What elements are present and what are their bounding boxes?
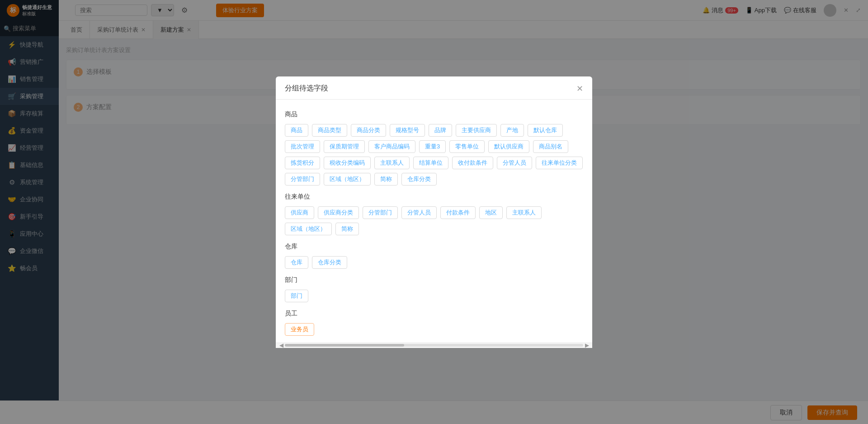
field-tag-product-重量3[interactable]: 重量3 bbox=[419, 140, 446, 153]
field-tag-product-批次管理[interactable]: 批次管理 bbox=[285, 140, 320, 153]
field-tag-counterpart-主联系人[interactable]: 主联系人 bbox=[506, 206, 542, 219]
field-tag-product-商品[interactable]: 商品 bbox=[285, 124, 308, 137]
field-tag-product-拣货积分[interactable]: 拣货积分 bbox=[285, 157, 320, 169]
field-tag-product-主要供应商[interactable]: 主要供应商 bbox=[456, 124, 497, 137]
field-tag-counterpart-供应商分类[interactable]: 供应商分类 bbox=[318, 206, 359, 219]
section-title-department: 部门 bbox=[285, 276, 583, 284]
field-grid-employee: 业务员 bbox=[285, 323, 583, 336]
field-tag-product-商品别名[interactable]: 商品别名 bbox=[533, 140, 568, 153]
field-tag-product-仓库分类[interactable]: 仓库分类 bbox=[401, 173, 437, 186]
field-tag-product-结算单位[interactable]: 结算单位 bbox=[413, 157, 448, 169]
modal-dialog: 分组待选字段 ✕ 商品 商品 商品类型 商品分类 规格型号 品牌 主要供应商 产… bbox=[276, 76, 592, 348]
scrollbar-thumb bbox=[285, 344, 404, 347]
field-tag-warehouse-仓库分类[interactable]: 仓库分类 bbox=[312, 256, 347, 269]
field-tag-product-默认仓库[interactable]: 默认仓库 bbox=[528, 124, 563, 137]
field-tag-counterpart-区域地区[interactable]: 区域（地区） bbox=[285, 223, 332, 235]
field-grid-product: 商品 商品类型 商品分类 规格型号 品牌 主要供应商 产地 默认仓库 批次管理 … bbox=[285, 124, 583, 186]
field-tag-employee-业务员[interactable]: 业务员 bbox=[285, 323, 314, 336]
horizontal-scrollbar[interactable] bbox=[285, 344, 583, 347]
field-tag-product-税收分类编码[interactable]: 税收分类编码 bbox=[324, 157, 371, 169]
field-tag-counterpart-付款条件[interactable]: 付款条件 bbox=[440, 206, 476, 219]
field-tag-counterpart-分管部门[interactable]: 分管部门 bbox=[363, 206, 398, 219]
field-tag-counterpart-分管人员[interactable]: 分管人员 bbox=[401, 206, 437, 219]
section-title-product: 商品 bbox=[285, 110, 583, 119]
field-tag-product-零售单位[interactable]: 零售单位 bbox=[449, 140, 485, 153]
modal-footer-scroll: ◀ ▶ bbox=[276, 343, 592, 348]
field-grid-department: 部门 bbox=[285, 290, 583, 302]
modal-close-button[interactable]: ✕ bbox=[576, 84, 583, 94]
field-tag-product-品牌[interactable]: 品牌 bbox=[429, 124, 452, 137]
modal-title: 分组待选字段 bbox=[285, 84, 328, 93]
field-tag-product-规格型号[interactable]: 规格型号 bbox=[390, 124, 425, 137]
field-tag-counterpart-简称[interactable]: 简称 bbox=[335, 223, 359, 235]
field-tag-product-分管部门[interactable]: 分管部门 bbox=[285, 173, 320, 186]
modal-overlay: 分组待选字段 ✕ 商品 商品 商品类型 商品分类 规格型号 品牌 主要供应商 产… bbox=[0, 0, 868, 424]
field-tag-product-默认供应商[interactable]: 默认供应商 bbox=[488, 140, 529, 153]
modal-header: 分组待选字段 ✕ bbox=[276, 76, 592, 100]
section-title-counterpart: 往来单位 bbox=[285, 193, 583, 201]
section-title-warehouse: 仓库 bbox=[285, 243, 583, 251]
field-tag-product-主联系人[interactable]: 主联系人 bbox=[374, 157, 410, 169]
field-tag-product-收付款条件[interactable]: 收付款条件 bbox=[452, 157, 493, 169]
field-tag-product-客户商品编码[interactable]: 客户商品编码 bbox=[368, 140, 415, 153]
field-tag-product-分管人员[interactable]: 分管人员 bbox=[497, 157, 532, 169]
field-tag-product-商品类型[interactable]: 商品类型 bbox=[312, 124, 347, 137]
field-grid-warehouse: 仓库 仓库分类 bbox=[285, 256, 583, 269]
field-tag-product-产地[interactable]: 产地 bbox=[500, 124, 524, 137]
field-tag-product-保质期管理[interactable]: 保质期管理 bbox=[324, 140, 365, 153]
field-grid-counterpart: 供应商 供应商分类 分管部门 分管人员 付款条件 地区 主联系人 区域（地区） … bbox=[285, 206, 583, 235]
scroll-left-btn[interactable]: ◀ bbox=[278, 342, 285, 348]
field-tag-warehouse-仓库[interactable]: 仓库 bbox=[285, 256, 308, 269]
field-tag-product-区域地区[interactable]: 区域（地区） bbox=[324, 173, 371, 186]
modal-body: 商品 商品 商品类型 商品分类 规格型号 品牌 主要供应商 产地 默认仓库 批次… bbox=[276, 100, 592, 343]
section-title-employee: 员工 bbox=[285, 310, 583, 318]
field-tag-product-商品分类[interactable]: 商品分类 bbox=[351, 124, 386, 137]
field-tag-counterpart-地区[interactable]: 地区 bbox=[479, 206, 503, 219]
field-tag-counterpart-供应商[interactable]: 供应商 bbox=[285, 206, 314, 219]
scroll-right-btn[interactable]: ▶ bbox=[583, 342, 590, 348]
field-tag-product-往来单位分类[interactable]: 往来单位分类 bbox=[536, 157, 583, 169]
field-tag-product-简称[interactable]: 简称 bbox=[374, 173, 398, 186]
field-tag-department-部门[interactable]: 部门 bbox=[285, 290, 308, 302]
